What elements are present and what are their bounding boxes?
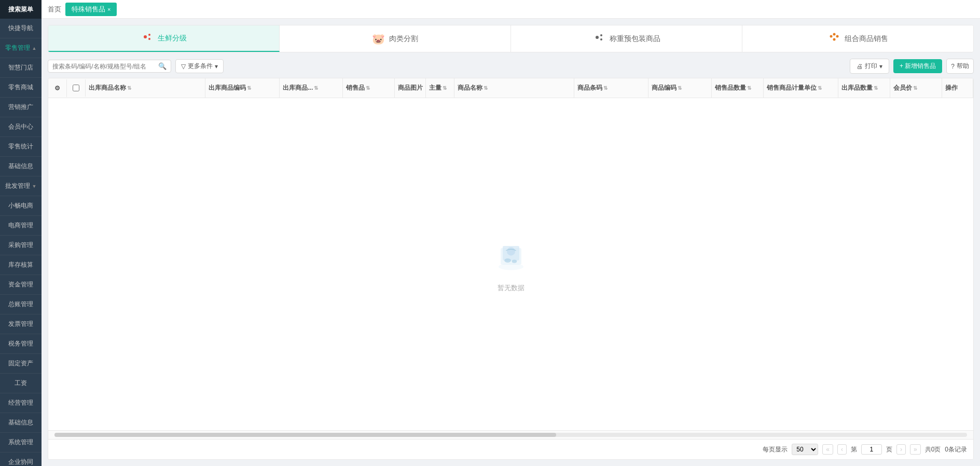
toolbar-right: 🖨 打印 ▾ + 新增销售品 ? 帮助	[850, 59, 974, 74]
first-page-button[interactable]: «	[822, 444, 833, 455]
invoice-mgmt-label: 发票管理	[8, 320, 33, 328]
search-input[interactable]	[52, 63, 156, 70]
th-prod-name[interactable]: 商品名称 ⇅	[454, 78, 574, 98]
new-sale-item-button[interactable]: + 新增销售品	[893, 59, 942, 73]
fresh-grade-label: 生鲜分级	[158, 34, 187, 43]
retail-mall-label: 零售商城	[8, 83, 33, 92]
topbar-active-tab[interactable]: 特殊销售品 ×	[65, 3, 117, 16]
combo-icon	[828, 32, 840, 45]
sidebar-item-retail-mgmt[interactable]: 零售管理 ▲	[0, 38, 42, 58]
topbar-home[interactable]: 首页	[48, 5, 61, 14]
empty-state: 暂无数据	[48, 98, 973, 430]
help-label: 帮助	[957, 62, 969, 71]
search-icon[interactable]: 🔍	[158, 62, 167, 70]
sort-unit: ⇅	[818, 85, 822, 91]
sidebar-item-member-center[interactable]: 会员中心	[0, 117, 42, 137]
page-label: 第	[851, 445, 857, 454]
ops-mgmt-label: 经营管理	[8, 399, 33, 407]
tab-weight-pack[interactable]: 称重预包装商品	[511, 25, 742, 52]
sidebar-item-inventory[interactable]: 库存核算	[0, 255, 42, 275]
th-out-name[interactable]: 出库商品名称 ⇅	[86, 78, 205, 98]
sort-out-code: ⇅	[247, 85, 251, 91]
th-out-spec[interactable]: 出库商品... ⇅	[280, 78, 343, 98]
search-box[interactable]: 🔍	[48, 60, 171, 73]
sidebar-item-capital-mgmt[interactable]: 资金管理	[0, 275, 42, 295]
svg-point-4	[600, 34, 602, 36]
select-all-checkbox[interactable]	[73, 85, 79, 91]
th-img: 商品图片	[395, 78, 426, 98]
print-button[interactable]: 🖨 打印 ▾	[850, 59, 889, 74]
mini-ecom-label: 小畅电商	[8, 201, 33, 210]
meat-cut-label: 肉类分割	[389, 34, 418, 44]
scroll-track	[54, 433, 967, 437]
scroll-thumb[interactable]	[54, 433, 556, 437]
sidebar-item-mini-ecom[interactable]: 小畅电商	[0, 196, 42, 216]
sidebar-item-salary[interactable]: 工资	[0, 374, 42, 393]
wholesale-mgmt-arrow: ▼	[32, 184, 37, 189]
page-number-input[interactable]	[861, 444, 882, 455]
filter-arrow: ▾	[215, 63, 218, 70]
topbar: 首页 特殊销售品 ×	[42, 0, 980, 19]
filter-button[interactable]: ▽ 更多条件 ▾	[175, 59, 224, 73]
sidebar-item-smart-store[interactable]: 智慧门店	[0, 58, 42, 78]
tab-combo[interactable]: 组合商品销售	[742, 25, 973, 52]
next-page-button[interactable]: ›	[896, 444, 906, 455]
svg-point-3	[596, 36, 599, 39]
per-page-select[interactable]: 50 10 20 100	[792, 444, 818, 455]
sidebar-item-sales-promo[interactable]: 营销推广	[0, 98, 42, 117]
th-member-price[interactable]: 会员价 ⇅	[890, 78, 942, 98]
sidebar-item-retail-mall[interactable]: 零售商城	[0, 78, 42, 98]
sidebar-item-ecom-mgmt[interactable]: 电商管理	[0, 216, 42, 236]
content-area: 生鲜分级 🐷 肉类分割 称重预包装商品	[42, 19, 980, 466]
th-main[interactable]: 主量 ⇅	[426, 78, 454, 98]
help-button[interactable]: ? 帮助	[946, 59, 974, 74]
pagination: 每页显示 50 10 20 100 « ‹ 第 页 › » 共0页 0条记录	[48, 439, 973, 459]
retail-stats-label: 零售统计	[8, 142, 33, 151]
th-unit[interactable]: 销售商品计量单位 ⇅	[764, 78, 838, 98]
th-check[interactable]	[67, 79, 86, 97]
th-barcode[interactable]: 商品条码 ⇅	[574, 78, 649, 98]
sort-sale: ⇅	[366, 85, 370, 91]
sidebar-item-fixed-assets[interactable]: 固定资产	[0, 354, 42, 374]
sys-mgmt-label: 系统管理	[8, 438, 33, 447]
table-container: ⚙ 出库商品名称 ⇅ 出库商品编码 ⇅ 出库商品... ⇅ 销售品	[48, 78, 974, 460]
sidebar-item-ledger-mgmt[interactable]: 总账管理	[0, 295, 42, 314]
print-icon: 🖨	[857, 63, 863, 70]
th-out-qty[interactable]: 出库品数量 ⇅	[838, 78, 890, 98]
sidebar-item-purchase-mgmt[interactable]: 采购管理	[0, 236, 42, 255]
sort-prod-name: ⇅	[484, 85, 488, 91]
th-prodcode[interactable]: 商品编码 ⇅	[648, 78, 712, 98]
svg-point-9	[833, 38, 835, 41]
last-page-button[interactable]: »	[910, 444, 921, 455]
tab-meat-cut[interactable]: 🐷 肉类分割	[280, 25, 511, 52]
toolbar: 🔍 ▽ 更多条件 ▾ 🖨 打印 ▾ + 新增销售品 ?	[48, 59, 974, 74]
th-gear[interactable]: ⚙	[48, 79, 67, 97]
horizontal-scroll-area[interactable]	[48, 430, 973, 439]
sidebar-item-tax-mgmt[interactable]: 税务管理	[0, 334, 42, 354]
tab-fresh-grade[interactable]: 生鲜分级	[48, 25, 280, 52]
inventory-label: 库存核算	[8, 261, 33, 269]
svg-point-1	[148, 34, 150, 36]
th-out-code[interactable]: 出库商品编码 ⇅	[205, 78, 280, 98]
svg-point-14	[504, 258, 511, 263]
prev-page-button[interactable]: ‹	[837, 444, 847, 455]
sidebar-item-invoice-mgmt[interactable]: 发票管理	[0, 314, 42, 334]
empty-illustration	[490, 236, 532, 277]
th-sale[interactable]: 销售品 ⇅	[343, 78, 395, 98]
close-tab-button[interactable]: ×	[107, 6, 111, 12]
empty-text: 暂无数据	[498, 283, 524, 293]
sidebar-item-sys-mgmt[interactable]: 系统管理	[0, 433, 42, 453]
sidebar-item-enterprise[interactable]: 企业协同	[0, 453, 42, 466]
sidebar-logo[interactable]: 搜索菜单	[0, 0, 42, 19]
sidebar-item-basic-info[interactable]: 基础信息	[0, 157, 42, 176]
th-sale-qty[interactable]: 销售品数量 ⇅	[712, 78, 764, 98]
meat-cut-icon: 🐷	[372, 33, 385, 45]
sidebar-item-basic-info2[interactable]: 基础信息	[0, 413, 42, 433]
sidebar-item-wholesale-mgmt[interactable]: 批发管理 ▼	[0, 176, 42, 196]
sidebar-item-ops-mgmt[interactable]: 经营管理	[0, 393, 42, 413]
svg-point-13	[507, 247, 515, 255]
svg-point-2	[148, 38, 150, 40]
sidebar-item-retail-stats[interactable]: 零售统计	[0, 137, 42, 157]
weight-pack-label: 称重预包装商品	[610, 34, 660, 44]
sidebar-item-quick-nav[interactable]: 快捷导航	[0, 19, 42, 38]
